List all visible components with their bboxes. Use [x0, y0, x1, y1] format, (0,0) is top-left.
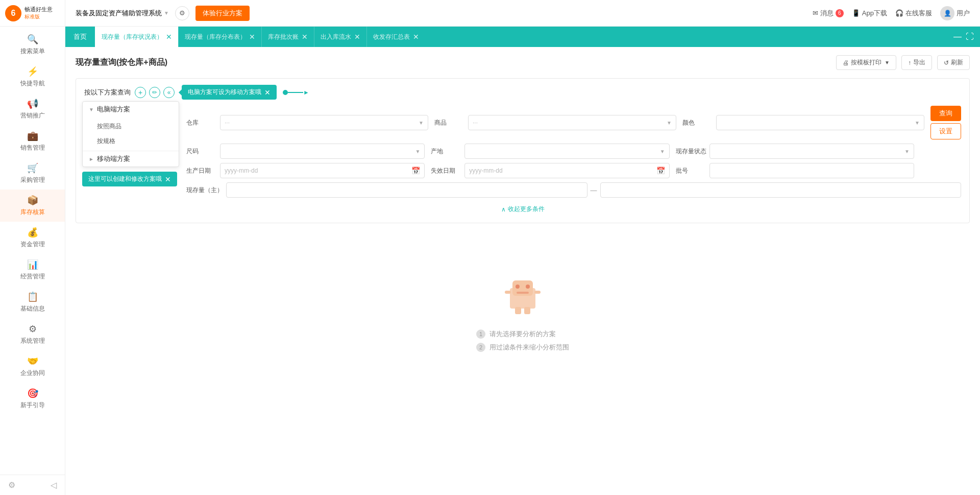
- tab-inventory-dist[interactable]: 现存量（库存分布表） ✕: [178, 27, 261, 47]
- filter-size: 尺码 ▼: [186, 144, 425, 159]
- filter-stock-range: 现存量（主） —: [186, 182, 961, 198]
- tooltip-close-icon[interactable]: ✕: [264, 88, 271, 97]
- sidebar-item-marketing[interactable]: 📢营销推广: [0, 93, 65, 125]
- refresh-button[interactable]: ↺ 刷新: [937, 55, 970, 70]
- filter-actions: + ✏ «: [135, 87, 175, 98]
- online-service-button[interactable]: 🎧 在线客服: [895, 9, 932, 18]
- sidebar-item-purchase[interactable]: 🛒采购管理: [0, 157, 65, 190]
- sidebar-item-system[interactable]: ⚙系统管理: [0, 318, 65, 350]
- tab-close-icon-3[interactable]: ✕: [302, 33, 308, 41]
- line1: [288, 92, 303, 93]
- sidebar-purchase-icon: 🛒: [27, 162, 38, 174]
- export-icon: ↑: [908, 59, 911, 66]
- sidebar-system-icon: ⚙: [29, 323, 37, 335]
- color-select[interactable]: ▼: [716, 115, 924, 130]
- main-area: 装备及固定资产辅助管理系统 ▼ ⚙ 体验行业方案 ✉ 消息 6 📱 App下载 …: [65, 0, 980, 495]
- goods-select[interactable]: ··· ▼: [468, 115, 676, 130]
- collapse-conditions-button[interactable]: ∧ 收起更多条件: [84, 202, 961, 217]
- scheme-item-1[interactable]: 按照商品: [83, 119, 179, 134]
- tip-num-2: 2: [476, 343, 485, 352]
- minimize-icon[interactable]: —: [953, 32, 962, 41]
- filter-goods: 商品 ··· ▼: [434, 115, 676, 130]
- stock-to-input[interactable]: [600, 182, 962, 198]
- message-badge: 6: [836, 9, 844, 17]
- svg-rect-7: [515, 307, 521, 314]
- sidebar-item-basic[interactable]: 📋基础信息: [0, 286, 65, 318]
- settings-icon[interactable]: ⚙: [8, 480, 15, 490]
- add-scheme-button[interactable]: +: [135, 87, 146, 98]
- page-title-bar: 现存量查询(按仓库+商品) 🖨 按模板打印 ▼ ↑ 导出 ↺ 刷新: [76, 55, 970, 70]
- message-button[interactable]: ✉ 消息 6: [813, 9, 844, 18]
- sidebar-item-finance[interactable]: 💰资金管理: [0, 222, 65, 254]
- tab-close-icon-5[interactable]: ✕: [413, 33, 419, 41]
- tab-home[interactable]: 首页: [65, 27, 95, 47]
- size-dropdown-icon: ▼: [415, 149, 420, 154]
- tab-batch[interactable]: 库存批次账 ✕: [261, 27, 314, 47]
- origin-select[interactable]: ▼: [464, 144, 669, 159]
- sidebar-item-inventory[interactable]: 📦库存核算: [0, 190, 65, 222]
- calendar-icon-2: 📅: [656, 167, 665, 175]
- scheme-items-desktop: 按照商品 按规格: [83, 117, 179, 151]
- app-download-button[interactable]: 📱 App下载: [852, 9, 887, 18]
- empty-tips: 1 请先选择要分析的方案 2 用过滤条件来缩小分析范围: [476, 329, 569, 352]
- tab-summary[interactable]: 收发存汇总表 ✕: [366, 27, 425, 47]
- sidebar-footer: ⚙ ◁: [0, 475, 65, 495]
- trial-button[interactable]: 体验行业方案: [195, 6, 250, 21]
- tab-close-icon[interactable]: ✕: [166, 33, 172, 41]
- reset-button[interactable]: 设置: [930, 123, 961, 139]
- sidebar-guide-icon: 🎯: [27, 388, 38, 399]
- dot-connector: ►: [283, 89, 309, 96]
- sidebar: 6 畅通好生意 标准版 🔍搜索菜单⚡快捷导航📢营销推广💼销售管理🛒采购管理📦库存…: [0, 0, 65, 495]
- sidebar-search-icon: 🔍: [27, 34, 38, 45]
- sidebar-operations-icon: 📊: [27, 259, 38, 270]
- filter-rows: 仓库 ··· ▼ 商品 ··· ▼ 颜色: [186, 106, 961, 198]
- sidebar-item-sales[interactable]: 💼销售管理: [0, 125, 65, 157]
- sidebar-item-enterprise[interactable]: 🤝企业协同: [0, 350, 65, 383]
- stock-from-input[interactable]: [226, 182, 587, 198]
- tab-close-icon-2[interactable]: ✕: [249, 33, 255, 41]
- search-button[interactable]: 查询: [930, 106, 961, 121]
- filter-row-1: 仓库 ··· ▼ 商品 ··· ▼ 颜色: [186, 106, 961, 139]
- tab-inout[interactable]: 出入库流水 ✕: [314, 27, 366, 47]
- sidebar-item-guide[interactable]: 🎯新手引导: [0, 383, 65, 415]
- logo-icon: 6: [5, 5, 21, 21]
- svg-rect-5: [505, 291, 511, 294]
- export-button[interactable]: ↑ 导出: [901, 55, 932, 70]
- tooltip2-close-icon[interactable]: ✕: [165, 175, 171, 183]
- sidebar-item-nav[interactable]: ⚡快捷导航: [0, 61, 65, 93]
- print-dropdown-icon: ▼: [885, 60, 890, 65]
- scheme-section-desktop[interactable]: ▼ 电脑端方案: [83, 102, 179, 117]
- tab-close-icon-4[interactable]: ✕: [354, 33, 360, 41]
- top-header: 装备及固定资产辅助管理系统 ▼ ⚙ 体验行业方案 ✉ 消息 6 📱 App下载 …: [65, 0, 980, 27]
- dropdown-arrow-icon: ▼: [164, 10, 169, 16]
- status-dropdown-icon: ▼: [904, 149, 910, 154]
- svg-rect-8: [524, 307, 530, 314]
- size-select[interactable]: ▼: [220, 144, 425, 159]
- collapse-sidebar-icon[interactable]: ◁: [51, 480, 57, 490]
- print-icon: 🖨: [843, 59, 849, 66]
- sidebar-item-operations[interactable]: 📊经营管理: [0, 254, 65, 286]
- filter-header: 按以下方案查询 + ✏ « 电脑方案可设为移动方案哦 ✕: [84, 85, 961, 100]
- mobile-icon: 📱: [852, 9, 860, 17]
- maximize-icon[interactable]: ⛶: [966, 32, 974, 41]
- scheme-item-2[interactable]: 按规格: [83, 134, 179, 149]
- empty-tip-2: 2 用过滤条件来缩小分析范围: [476, 343, 569, 352]
- header-settings-button[interactable]: ⚙: [175, 6, 189, 20]
- sidebar-sales-icon: 💼: [27, 130, 38, 142]
- produce-date-input[interactable]: yyyy-mm-dd 📅: [220, 163, 425, 178]
- header-right: ✉ 消息 6 📱 App下载 🎧 在线客服 👤 用户: [813, 6, 970, 20]
- batch-input[interactable]: [709, 163, 914, 178]
- edit-scheme-button[interactable]: ✏: [149, 87, 160, 98]
- tab-inventory-status[interactable]: 现存量（库存状况表） ✕: [95, 27, 178, 47]
- sidebar-inventory-icon: 📦: [27, 195, 38, 206]
- prev-scheme-button[interactable]: «: [163, 87, 175, 98]
- sidebar-item-search[interactable]: 🔍搜索菜单: [0, 29, 65, 61]
- print-button[interactable]: 🖨 按模板打印 ▼: [836, 55, 896, 70]
- system-dropdown[interactable]: 装备及固定资产辅助管理系统 ▼: [76, 9, 169, 18]
- tabs-bar: 首页 现存量（库存状况表） ✕ 现存量（库存分布表） ✕ 库存批次账 ✕ 出入库…: [65, 27, 980, 47]
- warehouse-select[interactable]: ··· ▼: [220, 115, 428, 130]
- scheme-section-mobile[interactable]: ► 移动端方案: [83, 151, 179, 167]
- user-area[interactable]: 👤 用户: [940, 6, 970, 20]
- expire-date-input[interactable]: yyyy-mm-dd 📅: [464, 163, 669, 178]
- status-select[interactable]: ▼: [709, 144, 914, 159]
